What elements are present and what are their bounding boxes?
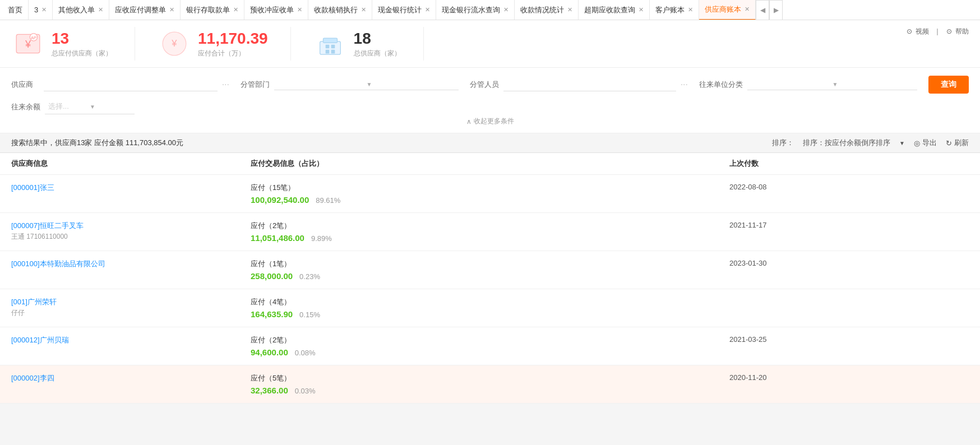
supplier-col: [000007]恒旺二手叉车王通 17106110000 bbox=[11, 221, 251, 242]
nav-tab-customer-book[interactable]: 客户账本 ✕ bbox=[650, 0, 699, 20]
nav-tab-cash-bank-flow[interactable]: 现金银行流水查询 ✕ bbox=[436, 0, 515, 20]
person-input[interactable] bbox=[503, 78, 676, 91]
sort-link[interactable]: 排序：按应付余额倒序排序 bbox=[803, 138, 890, 148]
svg-rect-10 bbox=[325, 50, 329, 54]
nav-tab-3[interactable]: 3 ✕ bbox=[29, 0, 53, 20]
nav-tab-cash-bank-flow-label: 现金银行流水查询 bbox=[442, 5, 500, 15]
search-area: 供应商 ··· 分管部门 ▼ 分管人员 ··· 往来单位分类 ▼ 查询 bbox=[0, 68, 980, 133]
col-header-lastpay: 上次付数 bbox=[729, 159, 969, 169]
dept-dropdown-icon: ▼ bbox=[367, 81, 456, 87]
nav-tab-pre-receive[interactable]: 预收冲应收单 ✕ bbox=[244, 0, 308, 20]
supplier-link[interactable]: [001]广州荣轩 bbox=[11, 298, 57, 306]
person-label: 分管人员 bbox=[470, 80, 499, 90]
supplier-link[interactable]: [000001]张三 bbox=[11, 183, 54, 192]
top-right-links: ⊙ 视频 ｜ ⊙ 帮助 bbox=[907, 27, 969, 36]
collapse-button[interactable]: ∧ 收起更多条件 bbox=[11, 114, 969, 128]
svg-rect-6 bbox=[320, 41, 340, 54]
stat-label-total-suppliers: 总供应商（家） bbox=[354, 49, 401, 58]
nav-tab-home[interactable]: 首页 bbox=[2, 0, 29, 20]
dept-label: 分管部门 bbox=[241, 80, 270, 90]
nav-tab-other-income-close[interactable]: ✕ bbox=[98, 6, 103, 13]
search-row-2: 往来余额 选择... ▼ bbox=[11, 99, 969, 114]
nav-tab-cash-bank-flow-close[interactable]: ✕ bbox=[503, 6, 509, 13]
result-bar: 搜索结果中，供应商13家 应付金额 111,703,854.00元 排序： 排序… bbox=[0, 133, 980, 153]
supplier-link[interactable]: [000007]恒旺二手叉车 bbox=[11, 221, 84, 230]
nav-tab-supplier-book[interactable]: 供应商账本 ✕ bbox=[699, 0, 756, 20]
video-icon: ⊙ bbox=[907, 27, 912, 35]
tx-col: 应付（2笔）11,051,486.009.89% bbox=[251, 221, 729, 243]
help-link[interactable]: 帮助 bbox=[955, 27, 969, 35]
nav-tab-3-label: 3 bbox=[34, 6, 38, 14]
nav-tab-receive-stat-label: 收款情况统计 bbox=[520, 5, 564, 15]
supplier-field: 供应商 ··· bbox=[11, 78, 229, 91]
nav-tab-receive-verify-close[interactable]: ✕ bbox=[361, 6, 366, 13]
supplier-dots[interactable]: ··· bbox=[222, 80, 229, 90]
nav-tab-ar-ap-adjust[interactable]: 应收应付调整单 ✕ bbox=[109, 0, 181, 20]
nav-tab-3-close[interactable]: ✕ bbox=[41, 6, 47, 13]
nav-tab-ar-ap-adjust-close[interactable]: ✕ bbox=[169, 6, 174, 13]
nav-tab-receive-stat-close[interactable]: ✕ bbox=[567, 6, 572, 13]
tx-amount[interactable]: 258,000.00 bbox=[251, 271, 293, 281]
category-field: 往来单位分类 ▼ bbox=[699, 79, 917, 90]
nav-tab-cash-bank-stat-close[interactable]: ✕ bbox=[425, 6, 430, 13]
nav-tab-customer-book-close[interactable]: ✕ bbox=[688, 6, 693, 13]
dept-select[interactable]: ▼ bbox=[274, 79, 459, 90]
nav-tab-bank-deposit[interactable]: 银行存取款单 ✕ bbox=[181, 0, 244, 20]
balance-select[interactable]: 选择... ▼ bbox=[45, 99, 135, 114]
stat-number-total-suppliers: 18 bbox=[354, 29, 401, 48]
table-row: [001]广州荣轩仔仔应付（4笔）164,635.900.15% bbox=[0, 289, 980, 327]
table-header: 供应商信息 应付交易信息（占比） 上次付数 bbox=[0, 153, 980, 175]
nav-tab-pre-receive-close[interactable]: ✕ bbox=[297, 6, 302, 13]
nav-tab-receive-stat[interactable]: 收款情况统计 ✕ bbox=[515, 0, 579, 20]
search-button[interactable]: 查询 bbox=[928, 76, 969, 94]
tx-amount[interactable]: 11,051,486.00 bbox=[251, 233, 304, 243]
supplier-link[interactable]: [000012]广州贝瑞 bbox=[11, 336, 69, 344]
tx-percent: 0.03% bbox=[295, 387, 316, 395]
video-link[interactable]: 视频 bbox=[916, 27, 929, 35]
tx-amount[interactable]: 100,092,540.00 bbox=[251, 195, 309, 205]
tx-col: 应付（2笔）94,600.000.08% bbox=[251, 335, 729, 357]
supplier-link[interactable]: [000100]本特勤油品有限公司 bbox=[11, 259, 105, 268]
svg-rect-9 bbox=[331, 45, 335, 49]
nav-arrow-left[interactable]: ◀ bbox=[756, 0, 769, 20]
ap-amount-icon: ¥ bbox=[158, 27, 191, 61]
nav-tab-bank-deposit-close[interactable]: ✕ bbox=[233, 6, 238, 13]
tx-label: 应付（4笔） bbox=[251, 297, 729, 307]
nav-tab-other-income[interactable]: 其他收入单 ✕ bbox=[53, 0, 109, 20]
total-suppliers-icon bbox=[313, 27, 347, 61]
tx-amount[interactable]: 94,600.00 bbox=[251, 347, 288, 357]
tx-amount[interactable]: 164,635.90 bbox=[251, 309, 293, 319]
sort-label: 排序： bbox=[772, 138, 794, 148]
nav-tab-overdue-ar-close[interactable]: ✕ bbox=[639, 6, 644, 13]
svg-text:AP: AP bbox=[31, 35, 36, 40]
nav-tab-supplier-book-close[interactable]: ✕ bbox=[745, 6, 750, 13]
person-dots[interactable]: ··· bbox=[681, 80, 688, 90]
tx-col: 应付（5笔）32,366.000.03% bbox=[251, 373, 729, 395]
svg-text:¥: ¥ bbox=[171, 38, 177, 49]
nav-tab-ar-ap-adjust-label: 应收应付调整单 bbox=[115, 5, 166, 15]
divider: ｜ bbox=[934, 27, 941, 35]
nav-tab-overdue-ar[interactable]: 超期应收款查询 ✕ bbox=[579, 0, 650, 20]
supplier-col: [000001]张三 bbox=[11, 183, 251, 193]
balance-dropdown-icon: ▼ bbox=[90, 104, 131, 110]
balance-select-value: 选择... bbox=[48, 101, 90, 112]
supplier-link[interactable]: [000002]李四 bbox=[11, 374, 54, 382]
nav-tab-cash-bank-stat[interactable]: 现金银行统计 ✕ bbox=[372, 0, 436, 20]
refresh-button[interactable]: ↻ 刷新 bbox=[946, 138, 969, 148]
last-pay-col: 2021-03-25 bbox=[729, 335, 969, 344]
nav-arrow-right[interactable]: ▶ bbox=[769, 0, 783, 20]
nav-tab-cash-bank-stat-label: 现金银行统计 bbox=[378, 5, 422, 15]
supplier-col: [000002]李四 bbox=[11, 373, 251, 383]
tx-amount[interactable]: 32,366.00 bbox=[251, 386, 288, 395]
nav-tab-receive-verify[interactable]: 收款核销执行 ✕ bbox=[308, 0, 372, 20]
last-pay-value: 2021-11-17 bbox=[729, 221, 767, 229]
supplier-input[interactable] bbox=[44, 78, 218, 91]
person-field: 分管人员 ··· bbox=[470, 78, 688, 91]
tx-amount-row: 94,600.000.08% bbox=[251, 347, 729, 357]
export-button[interactable]: ◎ 导出 bbox=[914, 138, 937, 148]
category-select[interactable]: ▼ bbox=[747, 79, 917, 90]
sort-dropdown-icon[interactable]: ▼ bbox=[899, 140, 905, 146]
tx-label: 应付（1笔） bbox=[251, 259, 729, 269]
tx-label: 应付（2笔） bbox=[251, 335, 729, 345]
tx-col: 应付（4笔）164,635.900.15% bbox=[251, 297, 729, 319]
